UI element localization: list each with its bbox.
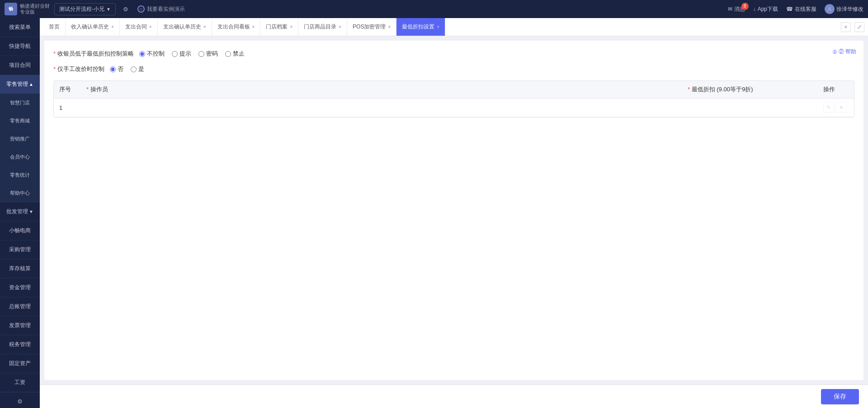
sidebar-item-member[interactable]: 会员中心 bbox=[0, 148, 40, 166]
tab-payment-board[interactable]: 支出合同看板 × bbox=[212, 18, 261, 36]
row-actions: ✎ ✕ bbox=[823, 102, 849, 113]
logo-text: 畅捷通好业财专业版 bbox=[20, 3, 50, 15]
content-area: 首页 收入确认单历史 × 支出合同 × 支出确认单历史 × 支出合同看板 × 门… bbox=[40, 18, 868, 408]
download-icon: ↓ bbox=[753, 6, 756, 12]
sidebar-item-purchase[interactable]: 采购管理 bbox=[0, 240, 40, 259]
radio-password-input[interactable] bbox=[198, 51, 204, 57]
topbar-right: ✉ 消息 8 ↓ App下载 ☎ 在线客服 人 徐泽华修改 bbox=[728, 4, 863, 14]
manual-price-label: 仅手工改价时控制 bbox=[53, 65, 104, 73]
radio-manual-yes-input[interactable] bbox=[131, 66, 137, 72]
tab-close-payment-board[interactable]: × bbox=[252, 24, 255, 29]
radio-ban-input[interactable] bbox=[225, 51, 231, 57]
th-actions: 操作 bbox=[818, 81, 854, 98]
th-seq: 序号 bbox=[54, 81, 81, 98]
page-footer: 保存 bbox=[40, 385, 868, 408]
sidebar-item-assets[interactable]: 固定资产 bbox=[0, 354, 40, 373]
main-layout: 搜索菜单 快捷导航 项目合同 零售管理 ▲ 智慧门店 零售商城 营销推广 会员中… bbox=[0, 18, 868, 408]
sidebar-item-retail-stat[interactable]: 零售统计 bbox=[0, 166, 40, 184]
td-seq: 1 bbox=[54, 101, 81, 115]
sidebar-item-help-center[interactable]: 帮助中心 bbox=[0, 184, 40, 202]
radio-manual-yes[interactable]: 是 bbox=[131, 65, 144, 73]
radio-hint-input[interactable] bbox=[172, 51, 178, 57]
table-body: 1 ✎ ✕ bbox=[54, 98, 854, 117]
topbar: 畅 畅捷通好业财专业版 测试分开流程-小兄 ▼ ⚙ ○ 我要看实例演示 ✉ 消息… bbox=[0, 0, 868, 18]
project-selector[interactable]: 测试分开流程-小兄 ▼ bbox=[54, 3, 116, 15]
message-badge: 8 bbox=[741, 3, 749, 10]
th-min-discount: 最低折扣 (9.00等于9折) bbox=[682, 81, 818, 98]
retail-arrow-icon: ▲ bbox=[29, 82, 33, 87]
th-operator: 操作员 bbox=[81, 81, 682, 98]
radio-no-control[interactable]: 不控制 bbox=[139, 50, 165, 58]
sidebar-settings-icon[interactable]: ⚙ bbox=[0, 392, 40, 408]
page-inner: ② ② 帮助 收银员低于最低折扣控制策略 不控制 提示 bbox=[44, 41, 863, 380]
sidebar-item-marketing[interactable]: 营销推广 bbox=[0, 130, 40, 148]
online-support-button[interactable]: ☎ 在线客服 bbox=[786, 5, 816, 13]
radio-ban[interactable]: 禁止 bbox=[225, 50, 245, 58]
tab-close-payment-confirm[interactable]: × bbox=[203, 24, 206, 29]
radio-no-control-input[interactable] bbox=[139, 51, 145, 57]
sidebar-item-inventory[interactable]: 库存核算 bbox=[0, 259, 40, 278]
sidebar-item-wholesale[interactable]: 批发管理 ▼ bbox=[0, 202, 40, 221]
edit-row-button[interactable]: ✎ bbox=[823, 102, 834, 113]
tab-home[interactable]: 首页 bbox=[43, 18, 66, 36]
user-menu[interactable]: 人 徐泽华修改 bbox=[825, 4, 863, 14]
discount-table: 序号 操作员 最低折扣 (9.00等于9折) 操作 1 bbox=[53, 80, 854, 117]
tabbar: 首页 收入确认单历史 × 支出合同 × 支出确认单历史 × 支出合同看板 × 门… bbox=[40, 18, 868, 36]
settings-icon[interactable]: ⚙ bbox=[119, 3, 132, 15]
radio-password[interactable]: 密码 bbox=[198, 50, 218, 58]
sidebar-item-ledger[interactable]: 总账管理 bbox=[0, 297, 40, 316]
radio-manual-no[interactable]: 否 bbox=[110, 65, 123, 73]
tab-store-catalog[interactable]: 门店商品目录 × bbox=[298, 18, 347, 36]
td-min-discount bbox=[682, 104, 818, 111]
tab-payment-confirm[interactable]: 支出确认单历史 × bbox=[158, 18, 212, 36]
sidebar-item-finance[interactable]: 资金管理 bbox=[0, 278, 40, 297]
sidebar-item-tax[interactable]: 税务管理 bbox=[0, 335, 40, 354]
manual-price-radio-group: 否 是 bbox=[110, 65, 144, 73]
tab-close-store-catalog[interactable]: × bbox=[339, 24, 341, 29]
tab-close-store-profile[interactable]: × bbox=[290, 24, 292, 29]
save-button[interactable]: 保存 bbox=[821, 389, 859, 404]
sidebar-item-retail[interactable]: 零售管理 ▲ bbox=[0, 75, 40, 94]
logo-icon: 畅 bbox=[5, 3, 17, 15]
wholesale-arrow-icon: ▼ bbox=[29, 209, 33, 214]
help-link[interactable]: ② ② 帮助 bbox=[832, 48, 856, 56]
tab-close-payment-contract[interactable]: × bbox=[149, 24, 152, 29]
app-logo: 畅 畅捷通好业财专业版 bbox=[5, 3, 50, 15]
tab-pos-pwd[interactable]: POS加密管理 × bbox=[347, 18, 396, 36]
sidebar-item-retail-mall[interactable]: 零售商城 bbox=[0, 112, 40, 130]
td-operator bbox=[81, 104, 682, 111]
radio-hint[interactable]: 提示 bbox=[172, 50, 191, 58]
discount-policy-radio-group: 不控制 提示 密码 禁止 bbox=[139, 50, 245, 58]
support-icon: ☎ bbox=[786, 6, 793, 12]
tab-close-pos-pwd[interactable]: × bbox=[388, 24, 391, 29]
sidebar-item-nav[interactable]: 快捷导航 bbox=[0, 37, 40, 56]
user-avatar-icon: 人 bbox=[825, 4, 835, 14]
sidebar-item-invoice[interactable]: 发票管理 bbox=[0, 316, 40, 335]
discount-policy-label: 收银员低于最低折扣控制策略 bbox=[53, 50, 134, 58]
sidebar-item-ecommerce[interactable]: 小畅电商 bbox=[0, 221, 40, 240]
tab-close-income-confirm[interactable]: × bbox=[111, 24, 114, 29]
tab-min-discount[interactable]: 最低折扣设置 × bbox=[396, 18, 445, 36]
sidebar: 搜索菜单 快捷导航 项目合同 零售管理 ▲ 智慧门店 零售商城 营销推广 会员中… bbox=[0, 18, 40, 408]
maximize-tab-button[interactable]: ⤢ bbox=[854, 22, 864, 32]
table-header: 序号 操作员 最低折扣 (9.00等于9折) 操作 bbox=[54, 81, 854, 98]
messages-button[interactable]: ✉ 消息 8 bbox=[728, 5, 745, 13]
tab-store-profile[interactable]: 门店档案 × bbox=[260, 18, 298, 36]
manual-price-row: 仅手工改价时控制 否 是 bbox=[53, 65, 854, 73]
demo-link[interactable]: ○ 我要看实例演示 bbox=[137, 5, 185, 13]
close-tab-button[interactable]: × bbox=[841, 22, 851, 32]
delete-row-button[interactable]: ✕ bbox=[836, 102, 847, 113]
dropdown-arrow-icon: ▼ bbox=[106, 7, 111, 12]
app-download-button[interactable]: ↓ App下载 bbox=[753, 5, 778, 13]
tab-close-min-discount[interactable]: × bbox=[437, 24, 439, 29]
sidebar-item-salary[interactable]: 工资 bbox=[0, 373, 40, 392]
sidebar-item-search[interactable]: 搜索菜单 bbox=[0, 18, 40, 37]
tab-payment-contract[interactable]: 支出合同 × bbox=[120, 18, 158, 36]
demo-circle-icon: ○ bbox=[137, 5, 145, 13]
tab-income-confirm[interactable]: 收入确认单历史 × bbox=[66, 18, 120, 36]
radio-manual-no-input[interactable] bbox=[110, 66, 116, 72]
help-icon: ② bbox=[832, 49, 837, 55]
sidebar-item-smart-store[interactable]: 智慧门店 bbox=[0, 94, 40, 112]
td-actions: ✎ ✕ bbox=[818, 98, 854, 117]
sidebar-item-project[interactable]: 项目合同 bbox=[0, 56, 40, 75]
